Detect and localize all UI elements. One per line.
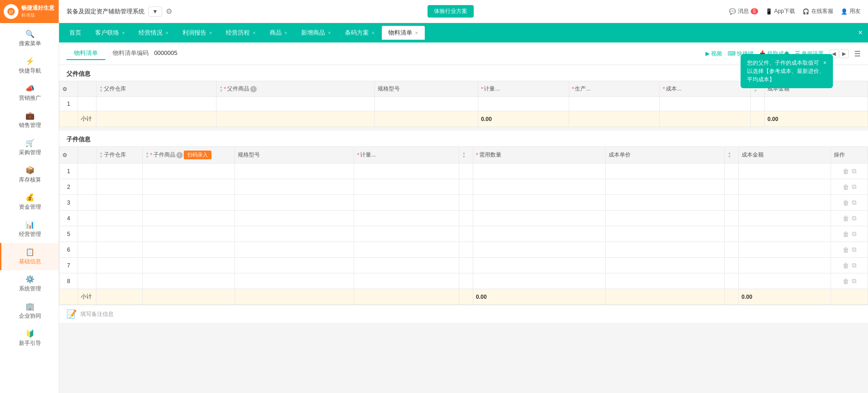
sidebar-item-purchase[interactable]: 🛒 采购管理 bbox=[0, 134, 59, 161]
child-row-3-unit-cost[interactable] bbox=[605, 195, 724, 211]
child-row-2-spec[interactable] bbox=[235, 179, 354, 195]
sidebar-item-search[interactable]: 🔍 搜索菜单 bbox=[0, 25, 59, 52]
copy-icon-4[interactable]: ⧉ bbox=[852, 214, 856, 222]
sidebar-item-basic-info[interactable]: 📋 基础信息 bbox=[0, 243, 59, 270]
copy-icon-5[interactable]: ⧉ bbox=[852, 230, 856, 238]
child-row-6-warehouse[interactable] bbox=[96, 242, 143, 258]
child-product-info[interactable]: i bbox=[176, 152, 183, 158]
tab-operations-close[interactable]: × bbox=[165, 30, 168, 36]
child-row-2-unit-cost[interactable] bbox=[605, 179, 724, 195]
tab-products[interactable]: 商品 × bbox=[263, 26, 294, 40]
child-row-3-warehouse[interactable] bbox=[96, 195, 143, 211]
sidebar-item-system[interactable]: ⚙️ 系统管理 bbox=[0, 270, 59, 297]
online-service-item[interactable]: 🎧 在线客服 bbox=[802, 7, 833, 15]
tab-bom-close[interactable]: × bbox=[415, 30, 418, 36]
nav-close-all[interactable]: × bbox=[856, 27, 864, 39]
tab-new-products-close[interactable]: × bbox=[328, 30, 331, 36]
child-row-1-warehouse[interactable] bbox=[96, 163, 143, 179]
child-row-6-spec[interactable] bbox=[235, 242, 354, 258]
delete-icon-5[interactable]: 🗑 bbox=[843, 230, 849, 238]
parent-row-1-unit[interactable] bbox=[478, 97, 569, 111]
child-row-5-warehouse[interactable] bbox=[96, 226, 143, 242]
message-item[interactable]: 💬 消息 6 bbox=[729, 7, 758, 15]
tab-barcode[interactable]: 条码方案 × bbox=[338, 26, 381, 40]
child-row-2-warehouse[interactable] bbox=[96, 179, 143, 195]
parent-row-1-cost[interactable] bbox=[660, 97, 751, 111]
child-row-8-spec[interactable] bbox=[235, 273, 354, 289]
child-row-8-warehouse[interactable] bbox=[96, 273, 143, 289]
child-row-8-qty[interactable] bbox=[473, 273, 605, 289]
tab-products-close[interactable]: × bbox=[284, 30, 287, 36]
child-row-7-product[interactable] bbox=[143, 258, 235, 273]
delete-icon-1[interactable]: 🗑 bbox=[843, 168, 849, 175]
child-row-4-product[interactable] bbox=[143, 211, 235, 226]
user-item[interactable]: 👤 用友 bbox=[841, 7, 861, 15]
child-row-8-unit[interactable] bbox=[354, 273, 459, 289]
app-download-item[interactable]: 📱 App下载 bbox=[766, 7, 795, 15]
parent-row-1-warehouse[interactable] bbox=[96, 97, 217, 111]
delete-icon-7[interactable]: 🗑 bbox=[843, 262, 849, 269]
child-gear-icon[interactable]: ⚙ bbox=[62, 152, 67, 158]
tab-operations[interactable]: 经营情况 × bbox=[132, 26, 175, 40]
sidebar-item-quick-nav[interactable]: ⚡ 快捷导航 bbox=[0, 52, 59, 79]
gear-th-icon[interactable]: ⚙ bbox=[62, 86, 67, 92]
sidebar-item-enterprise[interactable]: 🏢 企业协同 bbox=[0, 297, 59, 325]
child-row-4-warehouse[interactable] bbox=[96, 211, 143, 226]
copy-icon-3[interactable]: ⧉ bbox=[852, 199, 856, 206]
delete-icon-4[interactable]: 🗑 bbox=[843, 215, 849, 222]
tab-home[interactable]: 首页 bbox=[63, 26, 88, 40]
copy-icon-1[interactable]: ⧉ bbox=[852, 167, 856, 175]
child-row-4-qty[interactable] bbox=[473, 211, 605, 226]
tab-customers[interactable]: 客户联络 × bbox=[89, 26, 131, 40]
child-row-4-unit[interactable] bbox=[354, 211, 459, 226]
sidebar-item-sales[interactable]: 💼 销售管理 bbox=[0, 107, 59, 134]
child-row-3-product[interactable] bbox=[143, 195, 235, 211]
child-row-7-warehouse[interactable] bbox=[96, 258, 143, 273]
list-view-icon[interactable]: ☰ bbox=[854, 49, 861, 58]
child-row-2-product[interactable] bbox=[143, 179, 235, 195]
child-row-7-spec[interactable] bbox=[235, 258, 354, 273]
child-row-8-product[interactable] bbox=[143, 273, 235, 289]
system-select[interactable]: ▼ bbox=[148, 6, 162, 17]
page-tab-bom[interactable]: 物料清单 bbox=[66, 47, 105, 60]
delete-icon-8[interactable]: 🗑 bbox=[843, 278, 849, 285]
sidebar-item-inventory[interactable]: 📦 库存核算 bbox=[0, 161, 59, 188]
copy-icon-8[interactable]: ⧉ bbox=[852, 277, 856, 285]
child-row-6-unit-cost[interactable] bbox=[605, 242, 724, 258]
tab-barcode-close[interactable]: × bbox=[372, 30, 374, 36]
tab-profit-close[interactable]: × bbox=[209, 30, 212, 36]
delete-icon-2[interactable]: 🗑 bbox=[843, 183, 849, 191]
child-row-3-qty[interactable] bbox=[473, 195, 605, 211]
parent-row-1-product[interactable] bbox=[217, 97, 375, 111]
tab-bom[interactable]: 物料清单 × bbox=[382, 26, 424, 40]
child-row-3-spec[interactable] bbox=[235, 195, 354, 211]
sidebar-item-operations[interactable]: 📊 经营管理 bbox=[0, 216, 59, 243]
child-row-1-unit-cost[interactable] bbox=[605, 163, 724, 179]
tab-profit[interactable]: 利润报告 × bbox=[176, 26, 218, 40]
child-row-5-qty[interactable] bbox=[473, 226, 605, 242]
copy-icon-6[interactable]: ⧉ bbox=[852, 246, 856, 254]
page-tab-bom-code[interactable]: 物料清单编码 0000005 bbox=[105, 47, 185, 60]
child-row-7-qty[interactable] bbox=[473, 258, 605, 273]
child-row-5-unit-cost[interactable] bbox=[605, 226, 724, 242]
child-row-2-qty[interactable] bbox=[473, 179, 605, 195]
child-row-6-product[interactable] bbox=[143, 242, 235, 258]
child-row-8-unit-cost[interactable] bbox=[605, 273, 724, 289]
child-row-4-spec[interactable] bbox=[235, 211, 354, 226]
delete-icon-3[interactable]: 🗑 bbox=[843, 199, 849, 206]
child-row-5-spec[interactable] bbox=[235, 226, 354, 242]
toolbar-view[interactable]: ▶ 视频 bbox=[705, 50, 722, 58]
child-row-1-unit[interactable] bbox=[354, 163, 459, 179]
child-row-1-qty[interactable] bbox=[473, 163, 605, 179]
copy-icon-7[interactable]: ⧉ bbox=[852, 261, 856, 269]
child-row-4-unit-cost[interactable] bbox=[605, 211, 724, 226]
child-row-5-unit[interactable] bbox=[354, 226, 459, 242]
child-row-3-unit[interactable] bbox=[354, 195, 459, 211]
tab-history-close[interactable]: × bbox=[253, 30, 255, 36]
gear-icon[interactable]: ⚙ bbox=[166, 7, 172, 16]
copy-icon-2[interactable]: ⧉ bbox=[852, 183, 856, 191]
tab-customers-close[interactable]: × bbox=[122, 30, 125, 36]
tab-history[interactable]: 经营历程 × bbox=[219, 26, 262, 40]
sidebar-item-marketing[interactable]: 📣 营销推广 bbox=[0, 79, 59, 107]
tooltip-close[interactable]: × bbox=[823, 59, 826, 67]
